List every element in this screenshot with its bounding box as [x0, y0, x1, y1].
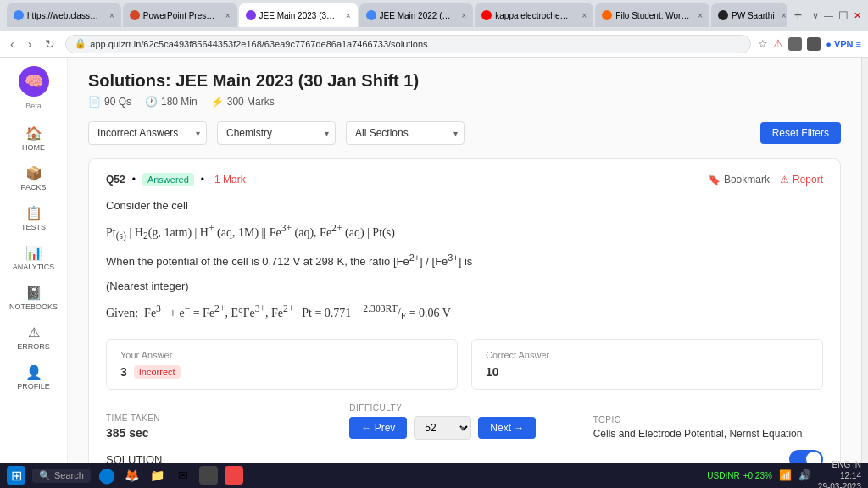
warning-icon: ⚠: [773, 37, 783, 50]
section-select[interactable]: All Sections Section A Section B: [346, 121, 465, 145]
scroll-bar[interactable]: [861, 58, 868, 463]
marks-text: 300 Marks: [227, 96, 275, 108]
mark-badge: -1 Mark: [211, 174, 246, 186]
page-meta: 📄 90 Qs 🕐 180 Min ⚡ 300 Marks: [88, 96, 841, 108]
difficulty-controls: ← Prev 52 50 60 70 ▾ Next →: [349, 416, 579, 440]
answer-type-select[interactable]: Incorrect Answers Correct Answers All An…: [88, 121, 207, 145]
subject-filter[interactable]: Chemistry Physics Mathematics ▾: [217, 121, 336, 145]
analytics-icon: 📊: [25, 245, 42, 261]
browser-chrome: https://web.classplusapp.c... × PowerPoi…: [0, 0, 868, 30]
address-bar[interactable]: 🔒 app.quizrr.in/62c5ca493f85644353f2e168…: [65, 35, 751, 53]
report-button[interactable]: ⚠ Report: [780, 174, 823, 186]
topic-value: Cells and Electrode Potential, Nernst Eq…: [593, 428, 823, 440]
app-logo: 🧠: [19, 66, 49, 97]
bookmark-star-icon[interactable]: ☆: [758, 37, 768, 50]
sidebar-item-home[interactable]: 🏠 HOME: [7, 120, 61, 157]
reload-button[interactable]: ↻: [42, 36, 58, 53]
sidebar-item-errors[interactable]: ⚠ ERRORS: [7, 319, 61, 356]
clock-icon: 🕐: [145, 96, 158, 108]
question-formula: Pt(s) | H2(g, 1atm) | H+ (aq, 1M) || Fe3…: [106, 220, 823, 245]
errors-icon: ⚠: [28, 324, 40, 341]
tab-bar: https://web.classplusapp.c... × PowerPoi…: [7, 3, 807, 27]
filters-row: Incorrect Answers Correct Answers All An…: [88, 121, 841, 145]
report-icon: ⚠: [780, 174, 789, 186]
sidebar-item-analytics[interactable]: 📊 ANALYTICS: [7, 240, 61, 276]
sidebar-notebooks-label: NOTEBOOKS: [9, 302, 58, 311]
your-answer-label: Your Answer: [120, 350, 443, 360]
tab-1[interactable]: https://web.classplusapp.c... ×: [7, 3, 121, 27]
tab-2[interactable]: PowerPoint Presentation ×: [123, 3, 237, 27]
new-tab-button[interactable]: +: [789, 3, 807, 27]
tab-6[interactable]: Filo Student: World's Only ×: [595, 3, 709, 27]
sidebar-item-packs[interactable]: 📦 PACKS: [7, 160, 61, 197]
your-answer-number: 3: [120, 365, 127, 379]
difficulty-select-wrapper[interactable]: 52 50 60 70 ▾: [414, 416, 471, 440]
nav-icons: ☆ ⚠ ● VPN ≡: [758, 37, 861, 51]
sidebar-profile-label: PROFILE: [17, 382, 50, 391]
your-answer-box: Your Answer 3 Incorrect: [106, 339, 458, 390]
tests-icon: 📋: [25, 205, 42, 221]
answered-badge: Answered: [142, 173, 194, 186]
marks-icon: ⚡: [211, 96, 224, 108]
reset-filters-button[interactable]: Reset Filters: [760, 122, 841, 144]
time-taken-label: TIME TAKEN: [106, 413, 336, 423]
profile-icon: 👤: [25, 364, 42, 380]
taskbar-time: ENG IN 12:14 29-03-2023: [818, 459, 861, 463]
meta-duration: 🕐 180 Min: [145, 96, 198, 108]
packs-icon: 📦: [25, 165, 42, 181]
sidebar-item-notebooks[interactable]: 📓 NOTEBOOKS: [7, 280, 61, 316]
bookmark-icon: 🔖: [708, 174, 721, 186]
correct-answer-box: Correct Answer 10: [471, 339, 823, 390]
answer-type-filter[interactable]: Incorrect Answers Correct Answers All An…: [88, 121, 207, 145]
question-header: Q52 • Answered • -1 Mark 🔖 Bookmark ⚠ Re…: [106, 173, 823, 186]
question-line2: When the potential of the cell is 0.712 …: [106, 250, 823, 271]
sidebar-packs-label: PACKS: [21, 183, 47, 191]
questions-icon: 📄: [88, 96, 101, 108]
sidebar-home-label: HOME: [22, 143, 45, 152]
back-button[interactable]: ‹: [7, 36, 18, 53]
vpn-label[interactable]: ● VPN ≡: [826, 39, 861, 49]
difficulty-block: DIFFICULTY ← Prev 52 50 60 70 ▾: [349, 403, 579, 440]
nav-bar: ‹ › ↻ 🔒 app.quizrr.in/62c5ca493f85644353…: [0, 30, 868, 58]
duration-text: 180 Min: [161, 96, 198, 108]
address-text: app.quizrr.in/62c5ca493f85644353f2e168/6…: [90, 39, 427, 49]
time-taken-block: TIME TAKEN 385 sec: [106, 413, 336, 440]
correct-answer-label: Correct Answer: [486, 350, 809, 360]
topic-block: TOPIC Cells and Electrode Potential, Ner…: [593, 415, 823, 440]
extension-icon[interactable]: [788, 37, 802, 51]
prev-button[interactable]: ← Prev: [349, 417, 407, 439]
difficulty-select[interactable]: 52 50 60 70: [414, 416, 471, 440]
time-taken-value: 385 sec: [106, 426, 336, 440]
your-answer-value: 3 Incorrect: [120, 365, 443, 379]
solution-label: SOLUTION: [106, 453, 162, 463]
question-body: Consider the cell Pt(s) | H2(g, 1atm) | …: [106, 197, 823, 325]
question-line3: (Nearest integer): [106, 277, 823, 296]
beta-label: Beta: [25, 102, 42, 110]
question-meta: Q52 • Answered • -1 Mark: [106, 173, 246, 186]
questions-count: 90 Qs: [104, 96, 131, 108]
tab-7[interactable]: PW Saarthi ×: [711, 3, 787, 27]
taskbar-right: USDINR +0.23% 📶 🔊 ENG IN 12:14 29-03-202…: [707, 459, 861, 463]
tab-5[interactable]: kappa electrochemistry - ... ×: [475, 3, 593, 27]
stats-row: TIME TAKEN 385 sec DIFFICULTY ← Prev 52 …: [106, 403, 823, 440]
correct-answer-value: 10: [486, 365, 809, 379]
tab-3[interactable]: JEE Main 2023 (30 Jan... ×: [239, 3, 358, 27]
bookmark-button[interactable]: 🔖 Bookmark: [708, 174, 770, 186]
lang-label: ENG IN: [818, 459, 861, 463]
forward-button[interactable]: ›: [25, 36, 36, 53]
notebooks-icon: 📓: [25, 285, 42, 301]
extension-icon2[interactable]: [807, 37, 821, 51]
tab-4[interactable]: JEE Main 2022 (Online) 26... ×: [359, 3, 474, 27]
section-filter[interactable]: All Sections Section A Section B ▾: [346, 121, 465, 145]
next-button[interactable]: Next →: [478, 417, 536, 439]
sidebar-item-tests[interactable]: 📋 TESTS: [7, 200, 61, 236]
question-given: Given: Fe3+ + e− = Fe2+, E°Fe3+, Fe2+ | …: [106, 301, 823, 325]
sidebar-analytics-label: ANALYTICS: [13, 263, 54, 271]
subject-select[interactable]: Chemistry Physics Mathematics: [217, 121, 336, 145]
difficulty-label: DIFFICULTY: [349, 403, 579, 413]
sidebar-item-profile[interactable]: 👤 PROFILE: [7, 359, 61, 396]
page-title: Solutions: JEE Main 2023 (30 Jan Shift 1…: [88, 71, 841, 91]
home-icon: 🏠: [25, 125, 42, 141]
app-container: 🧠 Beta 🏠 HOME 📦 PACKS 📋 TESTS 📊 ANALYTIC…: [0, 58, 868, 463]
question-actions: 🔖 Bookmark ⚠ Report: [708, 174, 823, 186]
